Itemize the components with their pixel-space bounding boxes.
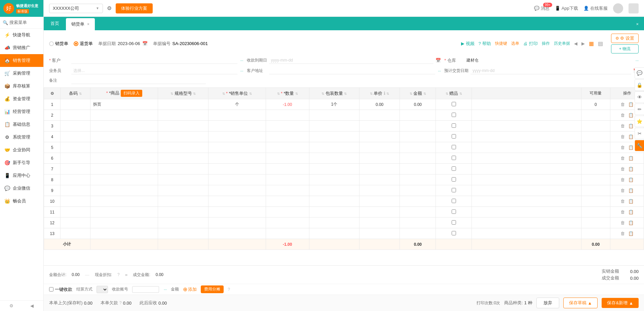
copy-icon-9[interactable]: 📋 (628, 199, 634, 204)
cell-unit-price-2[interactable] (359, 121, 400, 131)
sidebar-item-system[interactable]: ⚙ 系统管理 (0, 131, 43, 144)
cell-product-10[interactable] (90, 207, 158, 218)
cell-pack-qty-10[interactable] (309, 207, 359, 218)
scan-button[interactable]: 扫码录入 (121, 90, 142, 97)
cell-unit-8[interactable] (208, 185, 266, 196)
cell-gift-9[interactable] (436, 196, 472, 207)
price-info-icon[interactable]: ℹ (384, 91, 385, 96)
cell-unit-7[interactable] (208, 174, 266, 185)
copy-icon-0[interactable]: 📋 (628, 102, 634, 107)
cell-qty-8[interactable] (266, 185, 309, 196)
cell-gift-11[interactable] (436, 218, 472, 228)
cell-pack-qty-12[interactable] (309, 228, 359, 239)
cell-pack-qty-6[interactable] (309, 164, 359, 174)
right-panel-lock-btn[interactable]: 🔒 (635, 79, 644, 91)
cell-product-5[interactable] (90, 153, 158, 164)
delete-icon-5[interactable]: 🗑 (620, 156, 625, 161)
cell-product-9[interactable] (90, 196, 158, 207)
operate-btn[interactable]: 操作 (542, 41, 550, 46)
cell-amount-9[interactable] (400, 196, 436, 207)
copy-icon-8[interactable]: 📋 (628, 188, 634, 193)
cell-unit-6[interactable] (208, 164, 266, 174)
right-panel-star-btn[interactable]: ⭐ (635, 116, 644, 127)
copy-icon-11[interactable]: 📋 (628, 220, 634, 225)
sidebar-item-finance[interactable]: 💰 资金管理 (0, 92, 43, 105)
cell-product-2[interactable] (90, 121, 158, 131)
cell-pack-qty-7[interactable] (309, 174, 359, 185)
cell-gift-7[interactable] (436, 174, 472, 185)
sort-barcode-icon[interactable]: ⇅ (79, 92, 82, 95)
cell-barcode-4[interactable] (61, 142, 90, 153)
sidebar-item-basic[interactable]: 📋 基础信息 (0, 118, 43, 131)
cell-unit-9[interactable] (208, 196, 266, 207)
cell-unit-price-11[interactable] (359, 218, 400, 228)
cell-barcode-0[interactable] (61, 99, 90, 110)
delivery-date-input[interactable] (470, 67, 631, 74)
sidebar-item-inventory[interactable]: 📦 库存核算 (0, 80, 43, 92)
user-menu[interactable] (629, 3, 639, 13)
cell-amount-11[interactable] (400, 218, 436, 228)
cell-qty-7[interactable] (266, 174, 309, 185)
cell-pack-qty-8[interactable] (309, 185, 359, 196)
customer-action-dots[interactable]: ··· (240, 59, 243, 63)
cell-barcode-12[interactable] (61, 228, 90, 239)
tab-home[interactable]: 首页 (44, 17, 66, 30)
settlement-method-select[interactable] (97, 286, 108, 293)
trial-button[interactable]: 体验行业方案 (116, 3, 153, 13)
account-input[interactable] (132, 286, 159, 293)
cell-product-3[interactable] (90, 131, 158, 142)
cell-barcode-9[interactable] (61, 196, 90, 207)
cell-gift-4[interactable] (436, 142, 472, 153)
cell-qty-10[interactable] (266, 207, 309, 218)
company-selector[interactable]: XXXXXX公司 ▼ (49, 4, 103, 13)
sidebar-collapse-btn[interactable]: ◀ (23, 303, 41, 308)
cell-unit-3[interactable] (208, 131, 266, 142)
warehouse-action-dots[interactable]: ··· (636, 59, 639, 63)
cell-unit-12[interactable] (208, 228, 266, 239)
cell-gift-1[interactable] (436, 110, 472, 121)
cell-product-12[interactable] (90, 228, 158, 239)
cell-barcode-3[interactable] (61, 131, 90, 142)
sidebar-item-enterprise[interactable]: 🤝 企业协同 (0, 144, 43, 156)
cell-spec-11[interactable] (158, 218, 208, 228)
cell-qty-11[interactable] (266, 218, 309, 228)
nav-next-icon[interactable]: ▶ (581, 41, 585, 46)
right-panel-eye-btn[interactable]: 👁 (635, 91, 644, 103)
cell-unit-price-3[interactable] (359, 131, 400, 142)
delete-icon-9[interactable]: 🗑 (620, 199, 625, 204)
cell-product-1[interactable] (90, 110, 158, 121)
cell-amount-4[interactable] (400, 142, 436, 153)
sidebar-item-wechat[interactable]: 💬 企业微信 (0, 182, 43, 195)
cell-unit-price-8[interactable] (359, 185, 400, 196)
cell-gift-0[interactable] (436, 99, 472, 110)
cell-spec-9[interactable] (158, 196, 208, 207)
receipt-date-input[interactable] (269, 57, 434, 64)
cell-amount-1[interactable] (400, 110, 436, 121)
cell-qty-2[interactable] (266, 121, 309, 131)
help-btn[interactable]: ? 帮助 (479, 41, 491, 47)
shortcut-btn[interactable]: 快捷键 (495, 41, 507, 46)
history-btn[interactable]: 历史单据 (554, 41, 570, 46)
copy-icon-1[interactable]: 📋 (628, 113, 634, 118)
print-btn[interactable]: 🖨 打印 (523, 41, 538, 47)
tab-close-icon[interactable]: × (87, 22, 89, 27)
logistics-button[interactable]: + 物流 (611, 44, 639, 53)
cell-qty-12[interactable] (266, 228, 309, 239)
nav-prev-icon[interactable]: ◀ (574, 41, 577, 46)
cell-unit-price-9[interactable] (359, 196, 400, 207)
fee-split-button[interactable]: 费用分摊 (201, 285, 224, 293)
account-dots[interactable]: ··· (164, 287, 167, 291)
right-panel-edit-btn[interactable]: ✏ (635, 104, 644, 115)
radio-sales[interactable]: 销货单 (49, 41, 68, 47)
cell-spec-8[interactable] (158, 185, 208, 196)
sidebar-item-sales[interactable]: 🏠 销售管理 (0, 54, 43, 67)
right-panel-cut-btn[interactable]: ✂ (635, 128, 644, 139)
delete-icon-6[interactable]: 🗑 (620, 166, 625, 171)
copy-icon-4[interactable]: 📋 (628, 145, 634, 150)
discard-button[interactable]: 放弃 (536, 298, 559, 308)
address-action-dots[interactable]: ··· (438, 69, 441, 73)
table-view-icon[interactable]: ▤ (598, 40, 603, 47)
cell-amount-2[interactable] (400, 121, 436, 131)
cell-unit-10[interactable] (208, 207, 266, 218)
cell-amount-0[interactable]: 0.00 (400, 99, 436, 110)
